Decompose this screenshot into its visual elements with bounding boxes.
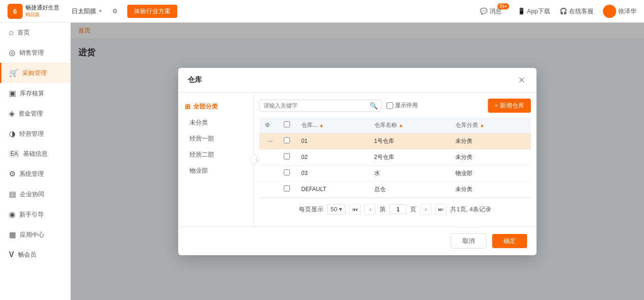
mobile-icon: 📱 xyxy=(518,8,525,15)
sidebar-collapse-button[interactable]: 《 xyxy=(250,155,260,164)
cell-name-3: 水 xyxy=(369,165,450,181)
sidebar-label-purchase: 采购管理 xyxy=(22,69,47,77)
category-item-ops2[interactable]: 经营二部 xyxy=(178,147,253,163)
show-disabled-checkbox[interactable] xyxy=(387,102,393,109)
category-item-property[interactable]: 物业部 xyxy=(178,163,253,179)
user-name: 徐泽华 xyxy=(618,7,636,16)
page-input[interactable] xyxy=(389,204,406,214)
category-item-ops1[interactable]: 经营一部 xyxy=(178,131,253,147)
sidebar-label-home: 首页 xyxy=(17,28,30,37)
notification-badge: 99+ xyxy=(497,3,509,9)
logo: 6 畅捷通好生意 精品版 xyxy=(8,4,64,19)
sidebar-item-system[interactable]: ⚙ 系统管理 xyxy=(0,164,70,184)
sidebar-item-apps[interactable]: ▦ 应用中心 xyxy=(0,225,70,245)
table-row[interactable]: ··· 01 1号仓库 未分类 xyxy=(259,133,531,149)
purchase-icon: 🛒 xyxy=(9,68,18,77)
content-area: 首页 进货 仓库 ✕ ⊞ 全部分 xyxy=(71,23,644,300)
cancel-button[interactable]: 取消 xyxy=(451,233,487,249)
first-page-button[interactable]: ⏮ xyxy=(349,204,361,215)
total-text: 共1页, 4条记录 xyxy=(450,205,491,214)
per-page-value: 50 xyxy=(330,206,337,213)
logo-sub: 精品版 xyxy=(25,11,59,18)
store-selector[interactable]: 日太阳膜 ▼ xyxy=(72,7,103,16)
sidebar-label-finance: 资金管理 xyxy=(18,109,43,118)
all-categories-button[interactable]: ⊞ 全部分类 xyxy=(178,99,253,115)
table-row[interactable]: 02 2号仓库 未分类 xyxy=(259,149,531,165)
row-checkbox-2[interactable] xyxy=(284,153,290,159)
settings-icon[interactable]: ⚙ xyxy=(108,5,122,18)
th-check xyxy=(278,117,296,133)
table-wrapper: ⚙ 仓库... ▲ xyxy=(259,117,531,198)
cell-category-3: 物业部 xyxy=(450,165,531,181)
finance-icon: ◈ xyxy=(9,109,15,118)
sidebar-item-inventory[interactable]: ▣ 库存核算 xyxy=(0,83,70,103)
operations-icon: ◑ xyxy=(9,129,16,138)
sidebar-item-finance[interactable]: ◈ 资金管理 xyxy=(0,103,70,124)
sidebar-item-basic[interactable]: EA 基础信息 xyxy=(0,144,70,164)
table-row[interactable]: DEFAULT 总仓 未分类 xyxy=(259,181,531,197)
home-icon: ⌂ xyxy=(9,28,14,37)
sidebar-item-member[interactable]: V 畅会员 xyxy=(0,245,70,265)
app-download-button[interactable]: 📱 App下载 xyxy=(518,7,550,16)
logo-icon: 6 xyxy=(8,4,23,19)
member-icon: V xyxy=(9,250,14,259)
sidebar-label-system: 系统管理 xyxy=(19,170,44,178)
sidebar-item-home[interactable]: ⌂ 首页 xyxy=(0,23,70,42)
all-categories-label: 全部分类 xyxy=(193,102,218,111)
category-item-uncategorized[interactable]: 未分类 xyxy=(178,115,253,131)
sidebar-item-purchase[interactable]: 🛒 采购管理 xyxy=(0,63,70,83)
table-toolbar: 🔍 显示停用 + 新增仓库 xyxy=(259,99,531,113)
add-warehouse-button[interactable]: + 新增仓库 xyxy=(488,99,531,113)
basic-icon: EA xyxy=(9,150,19,158)
select-all-checkbox[interactable] xyxy=(284,121,290,127)
sidebar-item-enterprise[interactable]: ▤ 企业协同 xyxy=(0,184,70,204)
sidebar-item-operations[interactable]: ◑ 经营管理 xyxy=(0,124,70,144)
notification-button[interactable]: 💬 消息 99+ xyxy=(480,7,502,16)
sidebar-item-guide[interactable]: ◉ 新手引导 xyxy=(0,204,70,225)
search-input[interactable] xyxy=(264,102,370,109)
modal-footer: 取消 确定 xyxy=(178,226,537,255)
cell-name-1: 1号仓库 xyxy=(369,133,450,149)
table-row[interactable]: 03 水 物业部 xyxy=(259,165,531,181)
sidebar-label-sales: 销售管理 xyxy=(19,49,44,57)
next-page-button[interactable]: › xyxy=(420,204,431,215)
store-name: 日太阳膜 xyxy=(72,7,96,16)
online-service-button[interactable]: 🎧 在线客服 xyxy=(560,7,594,16)
sort-icon-code: ▲ xyxy=(319,123,324,128)
sidebar-label-inventory: 库存核算 xyxy=(20,89,44,98)
user-menu[interactable]: 徐泽华 xyxy=(603,5,636,18)
prev-page-button[interactable]: ‹ xyxy=(364,204,376,215)
app-download-label: App下载 xyxy=(527,7,550,16)
th-name[interactable]: 仓库名称 ▲ xyxy=(369,117,450,133)
last-page-button[interactable]: ⏭ xyxy=(435,204,446,215)
show-disabled-toggle[interactable]: 显示停用 xyxy=(387,101,418,109)
confirm-button[interactable]: 确定 xyxy=(492,234,527,248)
per-page-select[interactable]: 50 ▾ xyxy=(327,204,346,215)
cell-category-1: 未分类 xyxy=(450,133,531,149)
category-sidebar: ⊞ 全部分类 未分类 经营一部 经营二部 物业部 《 xyxy=(178,93,254,226)
row-checkbox-1[interactable] xyxy=(284,137,290,143)
message-icon: 💬 xyxy=(480,8,487,15)
th-code[interactable]: 仓库... ▲ xyxy=(296,117,369,133)
page-suffix: 页 xyxy=(410,205,416,214)
search-box: 🔍 xyxy=(259,100,382,112)
modal-header: 仓库 ✕ xyxy=(178,68,537,93)
modal-title: 仓库 xyxy=(188,75,202,84)
topbar-right: 💬 消息 99+ 📱 App下载 🎧 在线客服 徐泽华 xyxy=(480,5,636,18)
sort-icon-category: ▲ xyxy=(480,123,485,128)
sidebar-item-sales[interactable]: ◎ 销售管理 xyxy=(0,42,70,63)
sidebar-label-guide: 新手引导 xyxy=(19,210,44,219)
th-gear: ⚙ xyxy=(259,117,278,133)
row-checkbox-3[interactable] xyxy=(284,169,290,175)
row-checkbox-4[interactable] xyxy=(284,185,290,192)
per-page-label: 每页显示 xyxy=(299,205,323,214)
main-layout: ⌂ 首页 ◎ 销售管理 🛒 采购管理 ▣ 库存核算 ◈ 资金管理 ◑ 经营管理 … xyxy=(0,23,644,300)
cell-name-2: 2号仓库 xyxy=(369,149,450,165)
cell-category-4: 未分类 xyxy=(450,181,531,197)
trial-button[interactable]: 体验行业方案 xyxy=(127,5,177,18)
show-disabled-label: 显示停用 xyxy=(395,101,418,109)
close-button[interactable]: ✕ xyxy=(516,75,527,86)
table-header: ⚙ 仓库... ▲ xyxy=(259,117,531,133)
sidebar-label-operations: 经营管理 xyxy=(19,130,44,138)
th-category[interactable]: 仓库分类 ▲ xyxy=(450,117,531,133)
